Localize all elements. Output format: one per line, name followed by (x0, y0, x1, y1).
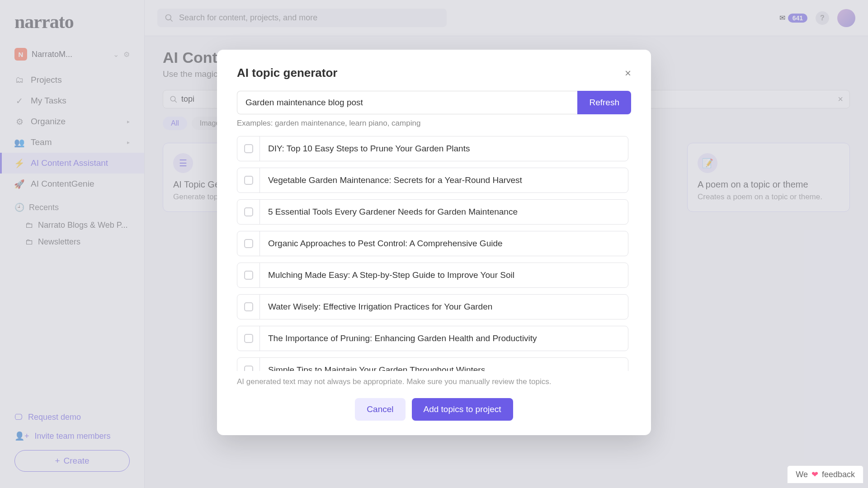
topic-row: Mulching Made Easy: A Step-by-Step Guide… (237, 263, 628, 288)
topics-list[interactable]: DIY: Top 10 Easy Steps to Prune Your Gar… (237, 136, 631, 371)
topic-checkbox[interactable] (244, 176, 253, 185)
topic-text[interactable]: Simple Tips to Maintain Your Garden Thro… (260, 358, 628, 371)
topic-checkbox[interactable] (244, 144, 253, 153)
topic-checkbox-cell (237, 358, 260, 371)
topic-checkbox[interactable] (244, 366, 253, 371)
topic-text[interactable]: Mulching Made Easy: A Step-by-Step Guide… (260, 263, 628, 287)
add-topics-button[interactable]: Add topics to project (412, 398, 513, 421)
topic-prompt-input[interactable] (237, 91, 577, 114)
disclaimer-text: AI generated text may not always be appr… (237, 377, 631, 386)
topic-checkbox-cell (237, 168, 260, 192)
cancel-button[interactable]: Cancel (355, 398, 405, 421)
close-icon: × (625, 67, 631, 79)
topic-checkbox-cell (237, 231, 260, 256)
topic-text[interactable]: DIY: Top 10 Easy Steps to Prune Your Gar… (260, 136, 628, 161)
feedback-tab[interactable]: We ❤ feedback (787, 465, 863, 483)
topic-row: DIY: Top 10 Easy Steps to Prune Your Gar… (237, 136, 628, 161)
close-button[interactable]: × (625, 67, 631, 80)
topic-row: Water Wisely: Effective Irrigation Pract… (237, 294, 628, 319)
topic-row: Vegetable Garden Maintenance: Secrets fo… (237, 168, 628, 193)
topic-row: Simple Tips to Maintain Your Garden Thro… (237, 357, 628, 371)
topic-checkbox-cell (237, 136, 260, 161)
refresh-button[interactable]: Refresh (577, 91, 631, 114)
topic-row: The Importance of Pruning: Enhancing Gar… (237, 326, 628, 351)
topic-checkbox-cell (237, 295, 260, 319)
topic-text[interactable]: Water Wisely: Effective Irrigation Pract… (260, 295, 628, 319)
modal-title: AI topic generator (237, 66, 337, 80)
topic-checkbox[interactable] (244, 239, 253, 248)
topic-checkbox-cell (237, 200, 260, 224)
topic-row: Organic Approaches to Pest Control: A Co… (237, 231, 628, 256)
topic-text[interactable]: Organic Approaches to Pest Control: A Co… (260, 231, 628, 256)
topic-checkbox[interactable] (244, 271, 253, 280)
topic-generator-modal: AI topic generator × Refresh Examples: g… (217, 50, 651, 435)
topic-text[interactable]: The Importance of Pruning: Enhancing Gar… (260, 326, 628, 351)
topic-text[interactable]: Vegetable Garden Maintenance: Secrets fo… (260, 168, 628, 192)
topic-text[interactable]: 5 Essential Tools Every Gardener Needs f… (260, 200, 628, 224)
heart-icon: ❤ (811, 469, 818, 479)
topic-checkbox[interactable] (244, 302, 253, 311)
topic-checkbox[interactable] (244, 207, 253, 216)
examples-hint: Examples: garden maintenance, learn pian… (237, 119, 631, 128)
topic-checkbox-cell (237, 326, 260, 351)
topic-row: 5 Essential Tools Every Gardener Needs f… (237, 199, 628, 225)
topic-checkbox-cell (237, 263, 260, 287)
topic-checkbox[interactable] (244, 334, 253, 343)
